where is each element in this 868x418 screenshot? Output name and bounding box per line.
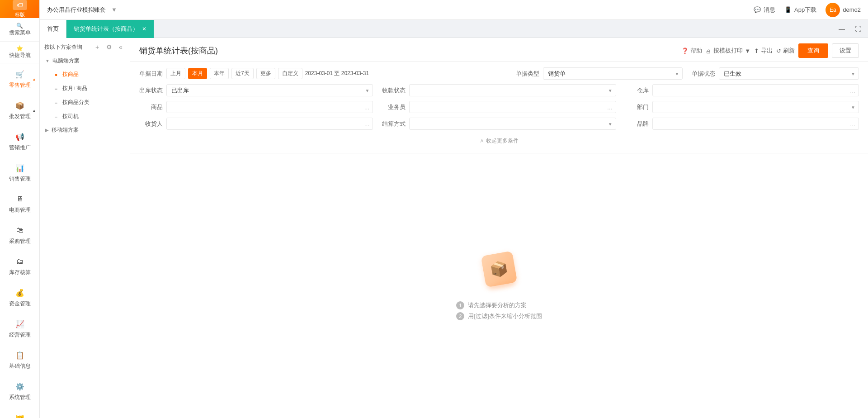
right-content: 销货单统计表(按商品) ❓ 帮助 🖨 按模板打印 ▼ ⬆ 导出: [130, 38, 868, 418]
finance-icon: 💰: [14, 287, 25, 298]
retail-icon: 🛒: [14, 69, 25, 80]
procurement-label: 采购管理: [9, 238, 31, 245]
sidebar-item-system[interactable]: ⚙️ 系统管理: [0, 375, 40, 407]
export-icon: ⬆: [754, 48, 759, 54]
date-last-month[interactable]: 上月: [166, 68, 185, 79]
workspace-title: 办公用品行业模拟账套: [47, 6, 106, 14]
tab-close-icon[interactable]: ✕: [142, 26, 146, 32]
marketing-label: 营销推广: [9, 144, 31, 152]
message-btn[interactable]: 💬 消息: [754, 6, 775, 14]
sales-stats-tab-label: 销货单统计表（按商品）: [74, 25, 138, 33]
add-scheme-btn[interactable]: +: [93, 43, 102, 52]
payment-select[interactable]: [409, 118, 616, 130]
stockout-select[interactable]: 已出库: [166, 84, 373, 96]
by-goods-label: 按商品: [62, 71, 79, 78]
dept-select[interactable]: [652, 101, 859, 113]
workspace-dropdown[interactable]: ▼: [111, 6, 117, 13]
print-btn[interactable]: 🖨 按模板打印 ▼: [706, 47, 750, 55]
tab-home[interactable]: 首页: [40, 20, 66, 38]
avatar: Ea: [826, 3, 840, 17]
sidebar-item-procurement[interactable]: 🛍 采购管理: [0, 219, 40, 251]
scheme-group-pc-header[interactable]: ▼ 电脑端方案: [40, 54, 130, 67]
by-category-label: 按商品分类: [62, 99, 90, 106]
date-this-month[interactable]: 本月: [188, 68, 207, 79]
goods-control: [166, 101, 373, 113]
goods-input[interactable]: [166, 101, 373, 113]
scheme-item-by-month-goods[interactable]: ≡ 按月+商品: [40, 81, 130, 95]
docstatus-label: 单据状态: [692, 70, 715, 78]
doctype-select[interactable]: 销货单: [543, 67, 683, 80]
settings-scheme-btn[interactable]: ⚙: [104, 43, 113, 52]
collapse-panel-btn[interactable]: «: [116, 43, 125, 52]
export-btn[interactable]: ⬆ 导出: [754, 47, 773, 55]
stockout-label: 出库状态: [139, 86, 163, 95]
export-label: 导出: [761, 47, 773, 55]
warehouse-control: [652, 84, 859, 96]
app-download-icon: 📱: [784, 6, 792, 13]
filter-date-field: 单据日期 上月 本月 本年 近7天 更多 自定义 2023-03-01 至 20…: [139, 68, 507, 79]
date-this-year[interactable]: 本年: [210, 68, 229, 79]
by-cashier-icon: ≡: [52, 113, 60, 120]
inventory-icon: 🗂: [14, 256, 25, 267]
stockout-control: 已出库: [166, 84, 373, 96]
user-profile[interactable]: Ea demo2: [826, 3, 861, 17]
help-btn[interactable]: ❓ 帮助: [681, 47, 702, 55]
message-icon: 💬: [754, 6, 761, 13]
operations-label: 经营管理: [9, 331, 31, 339]
sidebar-item-base[interactable]: 📋 基础信息: [0, 344, 40, 375]
docstatus-select[interactable]: 已生效: [719, 67, 859, 80]
tab-maximize-btn[interactable]: ⛶: [852, 23, 864, 35]
query-btn[interactable]: 查询: [798, 43, 828, 58]
receipt-select[interactable]: [409, 84, 616, 96]
recipient-control: [166, 118, 373, 130]
by-month-goods-label: 按月+商品: [62, 85, 87, 92]
sidebar-item-quicknav[interactable]: ⭐ 快捷导航: [0, 42, 40, 63]
wholesale-icon: 📦: [14, 100, 25, 111]
scheme-group-mobile-header[interactable]: ▶ 移动端方案: [40, 124, 130, 137]
refresh-btn[interactable]: ↺ 刷新: [776, 47, 795, 55]
hint-num-1: 1: [456, 301, 464, 309]
scheme-item-by-category[interactable]: ≡ 按商品分类: [40, 95, 130, 109]
sidebar-item-operations[interactable]: 📈 经营管理: [0, 313, 40, 344]
date-label: 单据日期: [139, 70, 163, 78]
sidebar-item-inventory[interactable]: 🗂 库存核算: [0, 251, 40, 282]
salesperson-input[interactable]: [409, 101, 616, 113]
sidebar-item-search[interactable]: 🔍 搜索菜单: [0, 18, 40, 42]
page-header-actions: ❓ 帮助 🖨 按模板打印 ▼ ⬆ 导出 ↺ 刷新: [681, 43, 859, 58]
warehouse-input[interactable]: [652, 84, 859, 96]
brand-input[interactable]: [652, 118, 859, 130]
sidebar-item-ecommerce[interactable]: 🖥 电商管理: [0, 188, 40, 219]
inventory-label: 库存核算: [9, 269, 31, 276]
app-download-btn[interactable]: 📱 App下载: [784, 6, 816, 14]
user-name: demo2: [843, 6, 861, 13]
date-custom[interactable]: 自定义: [278, 68, 302, 79]
settings-btn[interactable]: 设置: [832, 43, 859, 58]
tab-sales-stats[interactable]: 销货单统计表（按商品） ✕: [66, 20, 154, 38]
date-7days[interactable]: 近7天: [231, 68, 254, 79]
salesperson-control: [409, 101, 616, 113]
left-panel: 按以下方案查询 + ⚙ « ▼ 电脑端方案 ● 按商品 ≡ 按月: [40, 38, 130, 418]
by-cashier-label: 按司机: [62, 113, 79, 120]
warehouse-label: 仓库: [625, 86, 649, 95]
system-label: 系统管理: [9, 394, 31, 401]
search-icon: 🔍: [4, 23, 36, 29]
sidebar-item-finance[interactable]: 💰 资金管理: [0, 282, 40, 313]
app-logo[interactable]: 🏷 标版: [0, 0, 40, 18]
docstatus-control: 已生效: [719, 67, 859, 80]
sidebar-item-enterprise[interactable]: 🤝 企业协同: [0, 407, 40, 418]
sidebar-item-sales[interactable]: 📊 销售管理: [0, 157, 40, 188]
tab-minimize-btn[interactable]: —: [835, 23, 848, 35]
refresh-label: 刷新: [783, 47, 795, 55]
sidebar-item-retail[interactable]: 🛒 零售管理: [0, 63, 40, 95]
hint-num-2: 2: [456, 312, 464, 320]
collapse-filter-bar[interactable]: ∧ 收起更多条件: [139, 134, 859, 147]
system-icon: ⚙️: [14, 381, 25, 392]
date-more[interactable]: 更多: [256, 68, 275, 79]
sidebar-item-marketing[interactable]: 📢 营销推广: [0, 126, 40, 157]
marketing-icon: 📢: [14, 131, 25, 142]
recipient-input[interactable]: [166, 118, 373, 130]
scheme-item-by-goods[interactable]: ● 按商品: [40, 67, 130, 81]
scheme-item-by-cashier[interactable]: ≡ 按司机: [40, 109, 130, 124]
sidebar-item-wholesale[interactable]: 📦 批发管理: [0, 95, 40, 126]
logo-icon: 🏷: [13, 0, 27, 10]
